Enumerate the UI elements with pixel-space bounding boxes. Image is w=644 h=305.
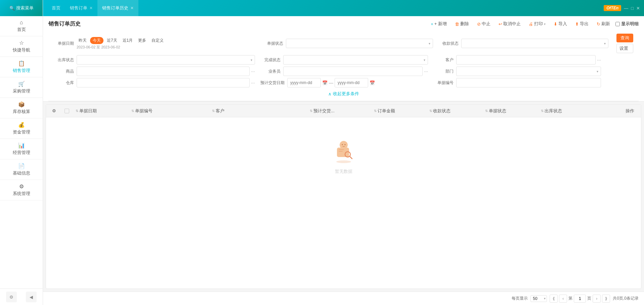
pay-status-select-wrap: ▾: [461, 39, 608, 48]
salesperson-dots-btn[interactable]: ···: [424, 69, 428, 74]
sidebar-search[interactable]: 🔍 搜索菜单: [0, 0, 43, 16]
sidebar-item-purchase[interactable]: 🛒 采购管理: [0, 77, 43, 98]
th-settings[interactable]: ⚙: [47, 108, 61, 113]
import-icon: ⬇: [554, 22, 557, 27]
collapse-text: 收起更多条件: [333, 91, 359, 97]
th-date[interactable]: ⇅ 单据日期: [73, 108, 129, 114]
settings-button[interactable]: 设置: [616, 44, 633, 53]
empty-text: 暂无数据: [335, 168, 352, 175]
tab-sales-order[interactable]: 销售订单 ✕: [65, 0, 97, 16]
pay-status-select[interactable]: [461, 39, 608, 48]
print-button[interactable]: 🖨 打印 ▾: [526, 20, 548, 28]
product-dots-btn[interactable]: ···: [251, 69, 255, 74]
delivery-date-end-cal-icon[interactable]: 📅: [370, 80, 375, 85]
date-today-btn[interactable]: 今天: [90, 37, 103, 44]
window-maximize-btn[interactable]: □: [631, 6, 634, 11]
date-quick-btns: 昨天 今天 近7天 近1月 更多 自定义: [77, 37, 166, 44]
date-yesterday-btn[interactable]: 昨天: [77, 37, 89, 44]
th-doc-no[interactable]: ⇅ 单据编号: [129, 108, 210, 114]
date-more-btn[interactable]: 更多: [136, 37, 148, 44]
query-button[interactable]: 查询: [616, 34, 633, 42]
delivery-date-end-input[interactable]: [335, 78, 368, 87]
page-nav: ⟪ ‹ 第 页 › ⟫: [550, 295, 610, 303]
window-minimize-btn[interactable]: —: [624, 6, 628, 11]
refresh-label: 刷新: [601, 21, 610, 27]
th-checkbox[interactable]: [61, 109, 73, 113]
print-label: 打印: [534, 21, 543, 27]
export-label: 导出: [580, 21, 589, 27]
sidebar-item-quick-nav[interactable]: ☆ 快捷导航: [0, 36, 43, 57]
date-custom-btn[interactable]: 自定义: [149, 37, 166, 44]
page-next-btn[interactable]: ›: [593, 295, 601, 303]
page-prev-btn[interactable]: ‹: [559, 295, 567, 303]
doc-no-input[interactable]: [456, 78, 601, 87]
per-page-select[interactable]: 10 20 50 100: [530, 295, 547, 302]
filter-delivery-date: 预计交货日期 📅 — 📅: [260, 78, 428, 87]
sidebar-item-basic[interactable]: 📄 基础信息: [0, 159, 43, 180]
th-pay-status[interactable]: ⇅ 收款状态: [427, 108, 482, 114]
show-detail-checkbox[interactable]: [615, 22, 620, 26]
th-out-status[interactable]: ⇅ 出库状态: [538, 108, 598, 114]
salesperson-input[interactable]: [283, 67, 423, 76]
import-button[interactable]: ⬇ 导入: [551, 20, 570, 28]
out-status-select[interactable]: [77, 55, 255, 65]
sidebar-item-inventory[interactable]: 📦 库存核算: [0, 98, 43, 118]
sidebar-item-finance[interactable]: 💰 资金管理: [0, 118, 43, 139]
th-amount[interactable]: ⇅ 订单金额: [371, 108, 427, 114]
table-area: ⚙ ⇅ 单据日期 ⇅ 单据编号 ⇅ 客户 ⇅: [46, 104, 641, 289]
th-delivery[interactable]: ⇅ 预计交货...: [307, 108, 371, 114]
tab-sales-order-close[interactable]: ✕: [89, 6, 93, 10]
sidebar-item-home[interactable]: ⌂ 首页: [0, 16, 43, 36]
home-icon: ⌂: [20, 20, 23, 26]
warehouse-control: ···: [77, 78, 255, 87]
tab-sales-order-history[interactable]: 销售订单历史 ✕: [97, 0, 138, 16]
sidebar-item-label: 采购管理: [13, 88, 30, 94]
doc-status-select[interactable]: [286, 39, 433, 48]
th-doc-no-label: 单据编号: [135, 108, 153, 114]
new-button[interactable]: + + 新增: [428, 20, 449, 28]
delivery-date-label: 预计交货日期: [260, 80, 285, 86]
topbar: 首页 销售订单 ✕ 销售订单历史 ✕ OfTEn — □ ✕: [43, 0, 644, 16]
product-input[interactable]: [77, 67, 250, 76]
page-last-btn[interactable]: ⟫: [602, 295, 610, 303]
complete-status-select[interactable]: [283, 55, 428, 65]
date-1month-btn[interactable]: 近1月: [121, 37, 135, 44]
collapse-btn[interactable]: ∧ 收起更多条件: [54, 89, 633, 98]
stop-button[interactable]: ⊘ 中止: [474, 20, 493, 28]
sidebar-item-sales[interactable]: 📋 销售管理: [0, 57, 43, 77]
customer-dots-btn[interactable]: ···: [597, 57, 601, 63]
table-header: ⚙ ⇅ 单据日期 ⇅ 单据编号 ⇅ 客户 ⇅: [46, 105, 641, 117]
th-doc-status[interactable]: ⇅ 单据状态: [482, 108, 538, 114]
sidebar-item-operation[interactable]: 📊 经营管理: [0, 139, 43, 159]
delete-button[interactable]: 🗑 删除: [452, 20, 472, 28]
cancel-stop-button[interactable]: ↩ 取消中止: [496, 20, 523, 28]
customer-control: ···: [456, 55, 601, 65]
page-number-input[interactable]: [574, 295, 586, 303]
refresh-button[interactable]: ↻ 刷新: [594, 20, 613, 28]
delivery-date-start-cal-icon[interactable]: 📅: [322, 80, 328, 85]
warehouse-dots-btn[interactable]: ···: [251, 80, 255, 85]
tab-home[interactable]: 首页: [47, 0, 65, 16]
warehouse-input[interactable]: [77, 78, 250, 87]
th-customer[interactable]: ⇅ 客户: [209, 108, 307, 114]
tab-sales-order-history-close[interactable]: ✕: [130, 6, 134, 10]
topbar-right: OfTEn — □ ✕: [604, 5, 640, 11]
export-button[interactable]: ⬆ 导出: [572, 20, 591, 28]
show-detail-checkbox-wrap[interactable]: 显示明细: [615, 21, 639, 27]
delivery-date-start-input[interactable]: [287, 78, 321, 87]
window-close-btn[interactable]: ✕: [636, 6, 640, 11]
sidebar-settings-btn[interactable]: ⚙: [6, 292, 17, 302]
customer-input[interactable]: [456, 55, 596, 65]
tab-sales-order-label: 销售订单: [70, 5, 87, 11]
content: 销售订单历史 + + 新增 🗑 删除 ⊘ 中止 ↩: [43, 16, 644, 305]
sidebar-collapse-btn[interactable]: ◀: [26, 292, 37, 302]
settings-label: 设置: [619, 45, 628, 51]
sidebar-item-system[interactable]: ⚙ 系统管理: [0, 180, 43, 200]
header-checkbox[interactable]: [65, 109, 69, 113]
filter-form: 单据日期 昨天 今天 近7天 近1月 更多 自定义: [48, 31, 639, 101]
page-first-btn[interactable]: ⟪: [550, 295, 558, 303]
department-select[interactable]: [456, 67, 601, 76]
department-select-wrap: ▾: [456, 67, 601, 76]
doc-status-select-wrap: ▾: [286, 39, 433, 48]
date-7days-btn[interactable]: 近7天: [105, 37, 119, 44]
